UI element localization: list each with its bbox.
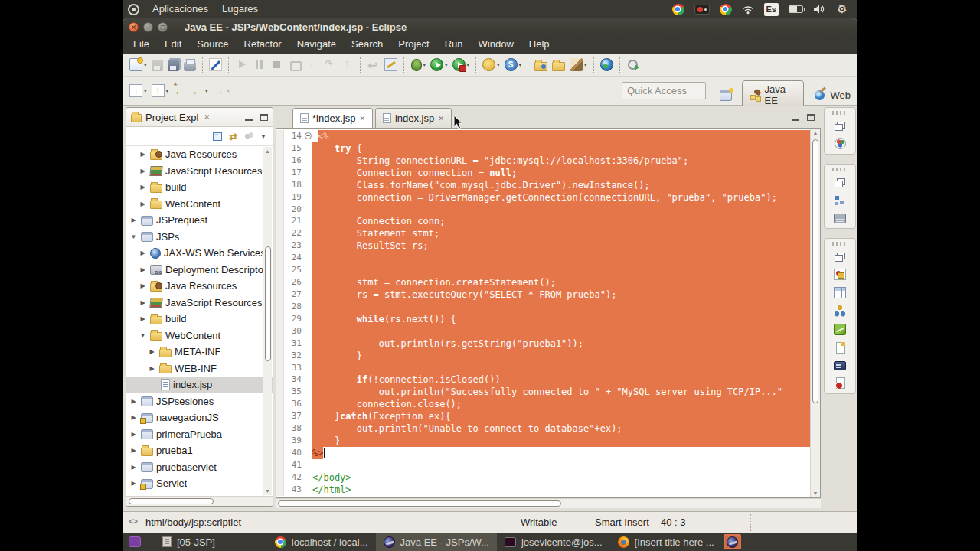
tab-close-icon[interactable]: ✕ [438, 115, 444, 122]
tree-item-meta-inf[interactable]: ▶META-INF [126, 344, 273, 360]
code-line-19[interactable]: 19 connection = DriverManager.getConnect… [276, 191, 810, 204]
snippets-icon[interactable] [836, 342, 845, 354]
tree-horizontal-scrollbar[interactable] [126, 496, 273, 506]
tree-item-java-resources[interactable]: ▶Java Resources [126, 278, 273, 295]
window-maximize-button[interactable]: □ [158, 22, 168, 32]
tree-item-webcontent[interactable]: ▶WebContent [126, 196, 273, 213]
code-line-41[interactable]: 41 [276, 459, 810, 471]
tree-item-web-inf[interactable]: ▶WEB-INF [126, 360, 273, 377]
code-line-39[interactable]: 39 } [276, 435, 810, 447]
tree-item-build[interactable]: ▶build [126, 179, 273, 196]
battery-icon[interactable] [789, 5, 803, 13]
scrollbar-thumb[interactable] [129, 498, 214, 504]
kbd-icon[interactable]: Es [764, 3, 779, 16]
new-wizard-dropdown-icon[interactable]: ▾ [144, 62, 147, 68]
expander-closed-icon[interactable]: ▶ [129, 217, 138, 223]
drag-handle[interactable] [832, 168, 848, 171]
workspace-switcher[interactable] [124, 533, 145, 551]
back-dropdown-icon[interactable]: ▾ [205, 88, 208, 94]
code-line-22[interactable]: 22 Statement stmt; [276, 227, 810, 240]
code-line-32[interactable]: 32 } [276, 350, 810, 362]
code-line-15[interactable]: 15 try { [276, 142, 810, 155]
new-wizard-button[interactable]: ▾ [128, 57, 149, 73]
menu-file[interactable]: File [126, 35, 157, 54]
menu-window[interactable]: Window [471, 35, 521, 54]
code-line-21[interactable]: 21 Connection conn; [276, 215, 810, 227]
disconnect-button[interactable] [286, 57, 302, 73]
tree-item-javascript-resources[interactable]: ▶JavaScript Resources [126, 295, 273, 311]
next-annotation-dropdown-icon[interactable]: ▾ [144, 88, 147, 94]
new-web-service-dropdown-icon[interactable]: ▾ [519, 62, 522, 68]
volume-icon[interactable] [813, 3, 826, 16]
open-resource-button[interactable] [550, 57, 567, 73]
last-edit-location-button[interactable] [172, 83, 188, 99]
tree-item-index-jsp[interactable]: index.jsp [126, 377, 273, 393]
tree-item-jax-ws-web-services[interactable]: ▶JAX-WS Web Services [126, 245, 273, 262]
run-button[interactable]: ▾ [429, 57, 449, 73]
code-line-37[interactable]: 37 }catch(Exception ex){ [276, 410, 810, 422]
expander-closed-icon[interactable]: ▶ [139, 282, 147, 289]
servers-icon[interactable] [834, 214, 846, 223]
expander-closed-icon[interactable]: ▶ [129, 431, 138, 438]
code-line-35[interactable]: 35 out.println("Successfully connected t… [276, 386, 810, 398]
tree-item-jsps[interactable]: ▼JSPs [126, 229, 273, 246]
tree-item-java-resources[interactable]: ▶Java Resources [126, 146, 273, 163]
tab-close-icon[interactable]: ✕ [359, 115, 365, 122]
run-last-tool-button[interactable]: ▾ [451, 57, 472, 73]
eclipse-launcher[interactable] [724, 534, 741, 549]
debug-dropdown-icon[interactable]: ▾ [423, 62, 426, 68]
drag-handle[interactable] [832, 111, 848, 115]
taskbar-item-05-jsp[interactable]: [05-JSP] [155, 533, 223, 551]
window-titlebar[interactable]: ✕ − □ Java EE - JSPs/WebContent/index.js… [122, 18, 858, 35]
ubuntu-logo-icon[interactable] [128, 4, 139, 15]
forward-dropdown-icon[interactable]: ▾ [227, 88, 230, 94]
project-explorer-header[interactable]: Project Expl ✕ [126, 108, 273, 127]
properties-icon[interactable] [834, 287, 846, 298]
view-menu-icon[interactable]: ▼ [260, 133, 266, 140]
link-with-editor-icon[interactable]: ⇄ [229, 131, 237, 142]
outline-icon[interactable] [834, 194, 846, 206]
previous-annotation-button[interactable]: ▾ [150, 83, 171, 99]
expander-closed-icon[interactable]: ▶ [139, 249, 147, 256]
view-maximize-button[interactable] [260, 114, 268, 121]
taskbar-item-josevicente-jos[interactable]: josevicente@jos... [497, 533, 610, 551]
scrollbar-thumb[interactable] [812, 139, 818, 403]
code-line-29[interactable]: 29 while(rs.next()) { [276, 313, 810, 325]
editor-horizontal-scrollbar[interactable] [276, 498, 821, 508]
restore-icon[interactable] [835, 181, 843, 187]
tree-item-javascript-resources[interactable]: ▶JavaScript Resources [126, 163, 273, 180]
menu-run[interactable]: Run [437, 35, 471, 54]
code-line-34[interactable]: 34 if(!connection.isClosed()) [276, 373, 810, 386]
scroll-up-icon[interactable]: ▲ [263, 148, 272, 154]
expander-closed-icon[interactable]: ▶ [129, 480, 138, 487]
tree-item-deployment-descripto[interactable]: ▶Deployment Descripto [126, 262, 273, 279]
recorder-icon[interactable] [694, 5, 710, 15]
highlight-style-dropdown-icon[interactable]: ▾ [584, 62, 587, 68]
code-line-20[interactable]: 20 [276, 204, 810, 216]
code-line-38[interactable]: 38 out.println("Unable to connect to dat… [276, 422, 810, 435]
expander-closed-icon[interactable]: ▶ [139, 151, 147, 158]
restore-icon[interactable] [835, 124, 843, 131]
menu-help[interactable]: Help [521, 35, 557, 54]
code-line-30[interactable]: 30 [276, 325, 810, 337]
code-line-17[interactable]: 17 Connection connection = null; [276, 167, 810, 179]
scrollbar-thumb[interactable] [278, 500, 561, 507]
code-line-33[interactable]: 33 [276, 362, 810, 374]
expander-closed-icon[interactable]: ▶ [129, 464, 138, 471]
step-over-button[interactable] [322, 57, 338, 73]
expander-open-icon[interactable]: ▼ [129, 233, 138, 240]
forward-button[interactable]: ▾ [211, 83, 232, 99]
restore-icon[interactable] [835, 255, 843, 262]
menu-navigate[interactable]: Navigate [289, 35, 344, 54]
tree-item-prueba1[interactable]: ▶prueba1 [126, 442, 273, 459]
debug-button[interactable]: ▾ [409, 57, 428, 73]
drop-to-frame-button[interactable] [365, 57, 381, 73]
tree-item-servlet[interactable]: ▶Servlet [126, 475, 273, 492]
code-line-43[interactable]: 43</html> [276, 484, 810, 496]
expander-closed-icon[interactable]: ▶ [139, 184, 147, 191]
palette-icon[interactable] [835, 138, 846, 149]
expander-closed-icon[interactable]: ▶ [148, 365, 156, 372]
errorlog-icon[interactable] [836, 377, 845, 389]
menu-source[interactable]: Source [189, 35, 236, 54]
expander-closed-icon[interactable]: ▶ [148, 348, 156, 355]
